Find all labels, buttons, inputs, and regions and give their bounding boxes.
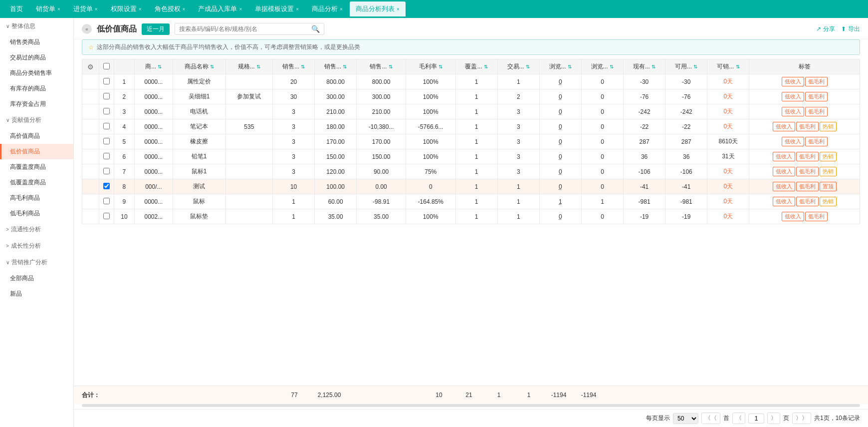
sidebar-item-low-value[interactable]: 低价值商品: [0, 144, 73, 159]
nav-role-auth[interactable]: 角色授权 ×: [149, 1, 192, 16]
row-checkbox[interactable]: [99, 209, 114, 224]
nav-permission-settings[interactable]: 权限设置 ×: [105, 1, 148, 16]
browse-link[interactable]: 0: [559, 168, 562, 175]
row-select-checkbox[interactable]: [103, 123, 110, 129]
gear-icon[interactable]: ⚙: [87, 63, 94, 71]
sidebar-item-stock-capital[interactable]: 库存资金占用: [0, 96, 73, 112]
row-browse1[interactable]: 0: [539, 134, 581, 149]
search-icon[interactable]: 🔍: [311, 25, 320, 33]
table-container[interactable]: ⚙ 商... ⇅ 商品名称 ⇅ 规格... ⇅ 销售... ⇅ 销售... ⇅ …: [74, 59, 868, 386]
row-select-checkbox[interactable]: [103, 138, 110, 144]
nav-sales-order[interactable]: 销货单 ×: [30, 1, 66, 16]
row-browse1[interactable]: 0: [539, 104, 581, 119]
col-sale-amount[interactable]: 销售... ⇅: [315, 59, 357, 74]
col-spec[interactable]: 规格... ⇅: [225, 59, 272, 74]
sidebar-item-sales-products[interactable]: 销售类商品: [0, 34, 73, 50]
share-button[interactable]: ↗ 分享: [816, 25, 835, 33]
browse-link[interactable]: 0: [559, 183, 562, 190]
col-name[interactable]: 商品名称 ⇅: [173, 59, 225, 74]
row-browse1[interactable]: 0: [539, 119, 581, 134]
sidebar-item-high-value[interactable]: 高价值商品: [0, 128, 73, 144]
close-icon[interactable]: ×: [95, 6, 98, 12]
sidebar-item-all-products[interactable]: 全部商品: [0, 271, 73, 286]
sidebar-group-marketing[interactable]: ∨ 营销推广分析: [0, 254, 73, 271]
sidebar-item-low-coverage[interactable]: 低覆盖度商品: [0, 175, 73, 190]
sidebar-group-overall[interactable]: ∨ 整体信息: [0, 18, 73, 34]
close-icon[interactable]: ×: [340, 6, 343, 12]
date-filter-button[interactable]: 近一月: [142, 23, 170, 35]
row-checkbox[interactable]: [99, 179, 114, 194]
page-number-input[interactable]: [748, 414, 764, 424]
row-checkbox[interactable]: [99, 194, 114, 209]
row-browse1[interactable]: 0: [539, 209, 581, 224]
col-current-stock[interactable]: 现有... ⇅: [624, 59, 665, 74]
row-select-checkbox[interactable]: [103, 108, 110, 114]
row-select-checkbox[interactable]: [103, 168, 110, 174]
browse-link[interactable]: 0: [559, 153, 562, 160]
row-checkbox[interactable]: [99, 164, 114, 179]
row-select-checkbox[interactable]: [103, 153, 110, 159]
close-icon[interactable]: ×: [397, 6, 400, 12]
sidebar-item-low-margin[interactable]: 低毛利商品: [0, 206, 73, 221]
browse-link[interactable]: 0: [559, 78, 562, 85]
col-gross-margin[interactable]: 毛利率 ⇅: [406, 59, 455, 74]
nav-home[interactable]: 首页: [4, 1, 29, 16]
nav-product-analysis[interactable]: 商品分析 ×: [306, 1, 349, 16]
close-icon[interactable]: ×: [239, 6, 242, 12]
close-icon[interactable]: ×: [296, 6, 299, 12]
row-checkbox[interactable]: [99, 104, 114, 119]
prev-page-button[interactable]: 〈: [732, 413, 745, 424]
col-browse1[interactable]: 浏览... ⇅: [539, 59, 581, 74]
nav-product-inbound[interactable]: 产成品入库单 ×: [192, 1, 248, 16]
browse-link[interactable]: 1: [559, 198, 562, 205]
nav-template-settings[interactable]: 单据模板设置 ×: [249, 1, 305, 16]
sidebar-group-contribution[interactable]: ∨ 贡献值分析: [0, 112, 73, 128]
row-browse1[interactable]: 0: [539, 179, 581, 194]
row-select-checkbox[interactable]: [103, 213, 110, 219]
export-button[interactable]: ⬆ 导出: [841, 25, 860, 33]
col-coverage[interactable]: 覆盖... ⇅: [455, 59, 497, 74]
col-sale-profit[interactable]: 销售... ⇅: [357, 59, 406, 74]
row-select-checkbox[interactable]: [103, 183, 110, 189]
row-checkbox[interactable]: [99, 89, 114, 104]
row-checkbox[interactable]: [99, 149, 114, 164]
close-icon[interactable]: ×: [183, 6, 186, 12]
search-input[interactable]: [179, 25, 311, 32]
row-checkbox[interactable]: [99, 119, 114, 134]
nav-purchase-order[interactable]: 进货单 ×: [67, 1, 104, 16]
page-size-select[interactable]: 50 100 200: [673, 413, 698, 424]
row-browse1[interactable]: 0: [539, 149, 581, 164]
scrollbar-track[interactable]: [82, 404, 860, 407]
row-select-checkbox[interactable]: [103, 198, 110, 204]
nav-product-analysis-list[interactable]: 商品分析列表 ×: [350, 1, 406, 16]
browse-link[interactable]: 0: [559, 138, 562, 145]
col-saleable-days[interactable]: 可销... ⇅: [707, 59, 749, 74]
row-select-checkbox[interactable]: [103, 93, 110, 99]
next-page-button[interactable]: 〉: [767, 413, 780, 424]
close-icon[interactable]: ×: [139, 6, 142, 12]
sidebar-group-growth[interactable]: > 成长性分析: [0, 238, 73, 254]
close-icon[interactable]: ×: [57, 6, 60, 12]
row-checkbox[interactable]: [99, 134, 114, 149]
sidebar-item-category-sales-rate[interactable]: 商品分类销售率: [0, 65, 73, 81]
col-browse2[interactable]: 浏览... ⇅: [581, 59, 623, 74]
row-browse1[interactable]: 0: [539, 89, 581, 104]
sidebar-group-liquidity[interactable]: > 流通性分析: [0, 221, 73, 238]
browse-link[interactable]: 0: [559, 93, 562, 100]
select-all-checkbox[interactable]: [103, 63, 110, 69]
browse-link[interactable]: 0: [559, 108, 562, 115]
sidebar-item-new-products[interactable]: 新品: [0, 286, 73, 302]
row-select-checkbox[interactable]: [103, 78, 110, 84]
row-browse1[interactable]: 0: [539, 164, 581, 179]
browse-link[interactable]: 0: [559, 213, 562, 220]
last-page-button[interactable]: 〉〉: [792, 413, 811, 424]
collapse-button[interactable]: «: [82, 24, 92, 34]
browse-link[interactable]: 0: [559, 123, 562, 130]
row-checkbox[interactable]: [99, 74, 114, 89]
col-gear[interactable]: ⚙: [82, 59, 99, 74]
row-browse1[interactable]: 1: [539, 194, 581, 209]
col-transaction[interactable]: 交易... ⇅: [497, 59, 539, 74]
col-available-stock[interactable]: 可用... ⇅: [665, 59, 707, 74]
first-page-button[interactable]: 〈〈: [701, 413, 720, 424]
sidebar-item-stocked-products[interactable]: 有库存的商品: [0, 81, 73, 96]
